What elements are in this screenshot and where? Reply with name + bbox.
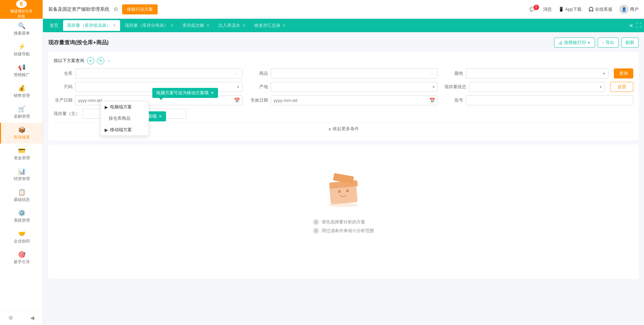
sidebar-item-enterprise[interactable]: 🤝企业协同 <box>0 227 43 248</box>
search-btn[interactable]: 查询 <box>614 68 633 78</box>
template-print-btn[interactable]: 🖨 按模板打印 ▼ <box>554 38 595 48</box>
tab-close-all-icon[interactable]: ✕ <box>629 22 633 29</box>
export-label: 导出 <box>605 40 614 46</box>
quick-nav-label: 快捷导航 <box>14 51 30 57</box>
goods-ellipsis[interactable]: ··· <box>430 71 433 76</box>
expire-date-label: 失效日期 <box>249 97 268 103</box>
tab-batch-ledger-close[interactable]: ✕ <box>206 23 210 28</box>
operations-icon: 📊 <box>18 168 25 175</box>
sidebar-item-search-menu[interactable]: 🔍搜索菜单 <box>0 19 43 40</box>
empty-hints: 1 请先选择要分析的方案 2 用过滤条件来缩小分析范围 <box>313 219 374 236</box>
tab-bar-right: ✕ ⛶ <box>629 22 641 29</box>
tabbar: 首页 现存量（库存状况表） ✕ 现存量（库存分布表） ✕ 库存批次账 ✕ 出入库… <box>43 19 644 32</box>
online-support-action[interactable]: 🎧 在线客服 <box>588 6 612 12</box>
collapse-icon: ∧ <box>328 126 331 131</box>
expire-date-input[interactable] <box>271 95 438 105</box>
scheme-group-mobile[interactable]: ▶ 移动端方案 <box>101 124 149 136</box>
sidebar-nav: 🔍搜索菜单⚡快捷导航📢营销推广💰销售管理🛒采购管理📦库存核算💳资金管理📊经营管理… <box>0 19 43 310</box>
tab-expand-icon[interactable]: ⛶ <box>636 22 641 29</box>
sidebar-item-quick-nav[interactable]: ⚡快捷导航 <box>0 40 43 60</box>
user-action[interactable]: 👤 用户 <box>619 5 639 14</box>
marketing-label: 营销推广 <box>14 72 30 78</box>
origin-select[interactable] <box>271 82 438 92</box>
batch-no-input[interactable] <box>466 95 633 105</box>
tooltip-scheme-convert: 电脑方案可设为移动方案哦 ✕ <box>152 88 218 98</box>
size-label: 尺码 <box>54 84 72 90</box>
settings-bottom-icon[interactable]: ⚙ <box>8 315 13 321</box>
scheme-group-desktop[interactable]: ▶ 电脑端方案 <box>101 101 149 113</box>
scheme-left-arrow[interactable]: ← <box>107 58 112 63</box>
tab-receive-summary[interactable]: 收发存汇总表 ✕ <box>250 20 290 31</box>
sales-icon: 💰 <box>18 85 25 92</box>
app-download-label: App下载 <box>565 6 582 12</box>
sidebar-bottom: ⚙ ◀ <box>0 310 43 325</box>
app-download-action[interactable]: 📱 App下载 <box>558 6 582 12</box>
scheme-dropdown: ▶ 电脑端方案 按仓库商品 ▶ 移动端方案 <box>100 101 149 136</box>
search-menu-label: 搜索菜单 <box>14 31 30 36</box>
tab-inventory-status[interactable]: 现存量（库存状况表） ✕ <box>63 20 120 31</box>
sidebar-item-system[interactable]: ⚙️系统管理 <box>0 206 43 227</box>
collapse-sidebar-icon[interactable]: ◀ <box>30 315 34 321</box>
warehouse-label: 仓库 <box>54 70 72 76</box>
message-action[interactable]: 💬 6 消息 <box>530 6 552 12</box>
goods-label: 商品 <box>249 70 268 76</box>
tab-home[interactable]: 首页 <box>46 22 62 29</box>
filter-origin: 产地 ▼ <box>249 82 438 92</box>
filter-goods: 商品 ··· <box>249 68 438 78</box>
reset-btn[interactable]: 设置 <box>610 82 633 92</box>
tab-inventory-status-close[interactable]: ✕ <box>113 23 116 28</box>
topbar-left: 装备及固定资产辅助管理系统 ⚙ 体验行业方案 <box>48 4 158 14</box>
tab-inventory-status-label: 现存量（库存状况表） <box>67 22 111 29</box>
sidebar-item-operations[interactable]: 📊经营管理 <box>0 164 43 185</box>
refresh-btn[interactable]: 刷新 <box>621 38 639 48</box>
warehouse-input[interactable] <box>78 71 233 76</box>
sidebar-item-basic[interactable]: 📋基础信息 <box>0 185 43 206</box>
tooltip-scheme-close[interactable]: ✕ <box>211 91 214 95</box>
trial-btn[interactable]: 体验行业方案 <box>122 4 158 14</box>
tab-inventory-dist-close[interactable]: ✕ <box>170 23 174 28</box>
empty-state: 1 请先选择要分析的方案 2 用过滤条件来缩小分析范围 <box>48 145 639 263</box>
sidebar-item-finance[interactable]: 💳资金管理 <box>0 144 43 164</box>
tab-inout-flow[interactable]: 出入库流水 ✕ <box>214 20 250 31</box>
add-scheme-btn[interactable]: + <box>87 57 94 64</box>
tab-batch-ledger[interactable]: 库存批次账 ✕ <box>178 20 214 31</box>
sidebar-item-inventory[interactable]: 📦库存核算 <box>0 123 43 144</box>
empty-hint-2: 2 用过滤条件来缩小分析范围 <box>313 228 374 234</box>
tab-receive-summary-close[interactable]: ✕ <box>282 23 286 28</box>
sales-label: 销售管理 <box>14 93 30 99</box>
color-label: 颜色 <box>444 70 463 76</box>
sidebar-item-guide[interactable]: 🎯新手引导 <box>0 248 43 268</box>
finance-icon: 💳 <box>18 147 25 154</box>
tab-inout-flow-label: 出入库流水 <box>218 22 240 29</box>
search-scheme-row: 按以下方案查询 + ✎ ← <box>54 57 633 64</box>
group-desktop-arrow: ▶ <box>105 105 108 110</box>
warehouse-ellipsis[interactable]: ··· <box>234 71 238 76</box>
sidebar-item-purchase[interactable]: 🛒采购管理 <box>0 102 43 123</box>
headset-icon: 🎧 <box>588 7 594 12</box>
sub-warehouse-label: 按仓库商品 <box>109 115 130 121</box>
purchase-label: 采购管理 <box>14 114 30 119</box>
edit-scheme-btn[interactable]: ✎ <box>97 57 104 64</box>
sidebar-item-marketing[interactable]: 📢营销推广 <box>0 60 43 81</box>
hint-num-1: 1 <box>313 219 319 225</box>
collapse-label: 收起更多条件 <box>333 126 359 132</box>
result-area: 1 请先选择要分析的方案 2 用过滤条件来缩小分析范围 <box>48 145 639 279</box>
quick-nav-icon: ⚡ <box>18 43 25 50</box>
tab-batch-ledger-label: 库存批次账 <box>182 22 204 29</box>
tab-inventory-dist[interactable]: 现存量（库存分布表） ✕ <box>121 20 178 31</box>
operations-label: 经营管理 <box>14 176 30 182</box>
system-settings-icon[interactable]: ⚙ <box>113 6 118 12</box>
message-label: 消息 <box>543 6 552 12</box>
username: 用户 <box>630 6 639 12</box>
color-select[interactable] <box>466 68 608 78</box>
online-support-label: 在线客服 <box>595 6 612 12</box>
scheme-sub-warehouse[interactable]: 按仓库商品 <box>101 113 149 124</box>
tooltip-create-close[interactable]: ✕ <box>159 114 162 119</box>
stock-status-select[interactable] <box>469 82 605 92</box>
sidebar-item-sales[interactable]: 💰销售管理 <box>0 81 43 102</box>
goods-input[interactable] <box>274 71 429 76</box>
system-label: 系统管理 <box>14 218 30 223</box>
tab-inout-flow-close[interactable]: ✕ <box>242 23 246 28</box>
export-btn[interactable]: ↑ 导出 <box>598 38 619 48</box>
logo-text: 畅捷通好生意 <box>10 9 33 14</box>
